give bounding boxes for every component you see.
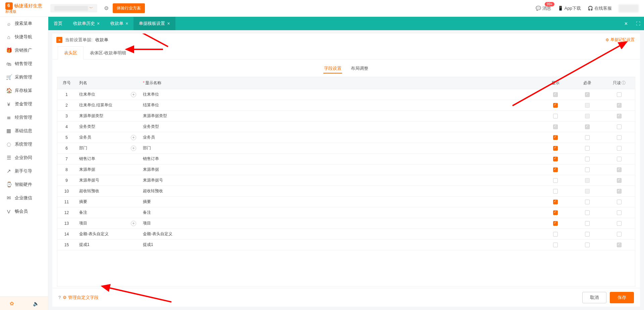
sidebar-item-13[interactable]: ✉企业微信 (0, 191, 48, 205)
add-icon[interactable]: + (131, 135, 136, 140)
table-row: 6 部门+ 部门 (57, 143, 635, 154)
cell-disp[interactable]: 结算单位 (140, 100, 539, 111)
close-icon[interactable]: × (125, 21, 128, 26)
cell-disp[interactable]: 销售订单 (140, 154, 539, 164)
sidebar-item-2[interactable]: 🎁营销推广 (0, 44, 48, 57)
help-icon[interactable]: ? (58, 295, 61, 300)
sidebar-item-0[interactable]: ⌕搜索菜单 (0, 17, 48, 30)
sidebar-settings-icon[interactable]: ✿ (0, 301, 24, 307)
sidebar-item-9[interactable]: ◌系统管理 (0, 138, 48, 151)
cell-disp[interactable]: 来源单据号 (140, 175, 539, 186)
add-icon[interactable]: + (131, 92, 136, 97)
sub-tab-1[interactable]: 布局调整 (350, 64, 369, 73)
cell-disp[interactable]: 超收转预收 (140, 186, 539, 197)
checkbox-required[interactable] (585, 232, 590, 237)
sidebar-sound-icon[interactable]: 🔈 (24, 301, 48, 307)
collapse-toggle[interactable]: » (56, 37, 62, 43)
cell-colname: 备注 (76, 207, 140, 218)
cell-disp[interactable]: 部门 (140, 143, 539, 154)
checkbox-required[interactable] (585, 210, 590, 215)
tab-1[interactable]: 收款单历史× (68, 17, 105, 30)
checkbox-show[interactable] (553, 167, 558, 172)
close-icon[interactable]: × (167, 21, 170, 26)
section-tab-1[interactable]: 表体区-收款单明细 (84, 46, 132, 59)
user-avatar[interactable] (619, 4, 639, 12)
messages-link[interactable]: 💬 消息 99+ (536, 5, 551, 11)
checkbox-show[interactable] (553, 178, 558, 183)
checkbox-show[interactable] (553, 146, 558, 151)
cancel-button[interactable]: 取消 (582, 292, 606, 303)
section-tab-0[interactable]: 表头区 (58, 46, 84, 59)
checkbox-readonly[interactable] (617, 210, 622, 215)
checkbox-required[interactable] (585, 146, 590, 151)
tab-3[interactable]: 单据模板设置× (133, 17, 175, 30)
add-icon[interactable]: + (131, 146, 136, 151)
experience-button[interactable]: 体验行业方案 (113, 3, 145, 13)
checkbox-readonly[interactable] (617, 92, 622, 97)
checkbox-show[interactable] (553, 135, 558, 140)
checkbox-required[interactable] (585, 167, 590, 172)
checkbox-show[interactable] (553, 103, 558, 108)
cell-disp[interactable]: 备注 (140, 207, 539, 218)
sidebar-item-4[interactable]: 🛒采购管理 (0, 70, 48, 84)
cell-disp[interactable]: 摘要 (140, 197, 539, 207)
sidebar-label: 快捷导航 (15, 34, 32, 40)
fullscreen-button[interactable]: ⛶ (632, 17, 644, 30)
cell-disp[interactable]: 来源单据类型 (140, 111, 539, 121)
checkbox-required[interactable] (585, 243, 590, 247)
checkbox-required[interactable] (585, 200, 590, 204)
sidebar-label: 经营管理 (15, 114, 32, 120)
checkbox-show[interactable] (553, 189, 558, 194)
app-download-link[interactable]: 📱 App下载 (558, 5, 581, 11)
customer-service-link[interactable]: 🎧 在线客服 (588, 5, 612, 11)
cell-disp[interactable]: 业务类型 (140, 121, 539, 132)
cell-disp[interactable]: 业务员 (140, 132, 539, 143)
sidebar-item-12[interactable]: ⌚智能硬件 (0, 178, 48, 191)
checkbox-readonly[interactable] (617, 200, 622, 204)
cell-disp[interactable]: 项目 (140, 218, 539, 229)
sidebar-item-7[interactable]: ≣经营管理 (0, 111, 48, 124)
cell-disp[interactable]: 往来单位 (140, 89, 539, 100)
cell-disp[interactable]: 提成1 (140, 240, 539, 250)
gear-icon: ⚙ (605, 38, 609, 42)
checkbox-required[interactable] (585, 135, 590, 140)
close-tab-button[interactable]: ✕ (620, 17, 632, 30)
sub-tab-0[interactable]: 字段设置 (323, 64, 342, 73)
checkbox-required[interactable] (585, 157, 590, 161)
sidebar-item-8[interactable]: ▦基础信息 (0, 124, 48, 138)
checkbox-readonly[interactable] (617, 135, 622, 140)
checkbox-required[interactable] (585, 221, 590, 226)
top-bar: 畅捷通好生意 标准版 ﹀ ⚙ 体验行业方案 💬 消息 99+ 📱 App下载 🎧… (0, 0, 644, 17)
tab-0[interactable]: 首页 (48, 17, 68, 30)
company-dropdown[interactable]: ﹀ (50, 4, 97, 12)
checkbox-readonly[interactable] (617, 221, 622, 226)
save-button[interactable]: 保存 (610, 292, 634, 303)
checkbox-show[interactable] (553, 243, 558, 247)
checkbox-show[interactable] (553, 221, 558, 226)
close-icon[interactable]: × (97, 21, 100, 26)
checkbox-show[interactable] (553, 210, 558, 215)
settings-icon[interactable]: ⚙ (104, 5, 109, 11)
tab-2[interactable]: 收款单× (105, 17, 133, 30)
sidebar-item-14[interactable]: V畅会员 (0, 205, 48, 218)
manage-custom-fields-link[interactable]: ⚙ 管理自定义字段 (63, 295, 99, 301)
checkbox-readonly[interactable] (617, 232, 622, 237)
cell-disp[interactable]: 来源单据 (140, 164, 539, 175)
add-icon[interactable]: + (131, 221, 136, 226)
cell-disp[interactable]: 金额-表头自定义 (140, 229, 539, 240)
cell-colname: 提成1 (76, 240, 140, 250)
checkbox-readonly[interactable] (617, 157, 622, 161)
sidebar-item-11[interactable]: ↗新手引导 (0, 164, 48, 178)
sidebar-item-10[interactable]: ☰企业协同 (0, 151, 48, 164)
checkbox-readonly[interactable] (617, 146, 622, 151)
checkbox-show[interactable] (553, 200, 558, 204)
sidebar-item-1[interactable]: ⌂快捷导航 (0, 30, 48, 44)
checkbox-show[interactable] (553, 114, 558, 118)
checkbox-readonly[interactable] (617, 124, 622, 129)
memo-settings-link[interactable]: ⚙ 单据记忆设置 (605, 37, 635, 43)
sidebar-item-3[interactable]: 🛍销售管理 (0, 57, 48, 70)
checkbox-show[interactable] (553, 232, 558, 237)
checkbox-show[interactable] (553, 157, 558, 161)
sidebar-item-5[interactable]: 🏠库存核算 (0, 84, 48, 97)
sidebar-item-6[interactable]: ¥资金管理 (0, 97, 48, 111)
